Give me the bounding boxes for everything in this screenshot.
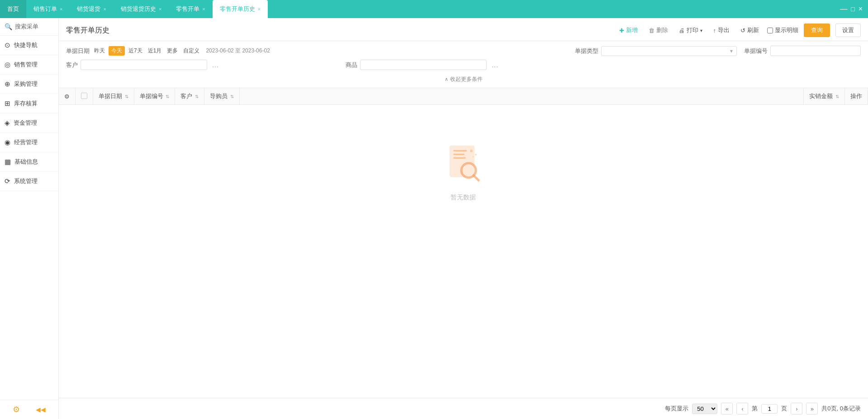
product-label: 商品 [346, 61, 357, 69]
tab-sales-return[interactable]: 销货退货 × [70, 0, 113, 18]
export-icon: ↑ [713, 27, 716, 34]
sidebar-item-label: 系统管理 [14, 177, 38, 185]
table-area: ⚙ 单据日期 ⇅ 单据编号 ⇅ 客户 [59, 88, 868, 398]
date-buttons: 昨天 今天 近7天 近1月 更多 自定义 [92, 46, 201, 56]
svg-line-5 [474, 175, 479, 180]
export-button[interactable]: ↑ 导出 [711, 24, 733, 36]
close-btn-window[interactable]: × [859, 5, 863, 13]
date-label: 单据日期 [66, 47, 90, 55]
product-dots-btn[interactable]: … [489, 61, 500, 69]
minimize-btn[interactable]: — [840, 5, 847, 13]
delete-label: 删除 [656, 26, 668, 34]
tab-retail-open-close[interactable]: × [202, 6, 205, 12]
tab-sales-return-history-close[interactable]: × [159, 6, 161, 12]
tab-sales-return-history[interactable]: 销货退货历史 × [114, 0, 169, 18]
col-doc-date[interactable]: 单据日期 ⇅ [93, 88, 134, 105]
date-btn-7days[interactable]: 近7天 [127, 46, 144, 56]
svg-rect-3 [453, 157, 466, 159]
refresh-label: 刷新 [747, 26, 759, 34]
sidebar-item-operations[interactable]: ◉ 经营管理 [0, 133, 58, 152]
sidebar-item-purchase-mgmt[interactable]: ⊕ 采购管理 [0, 75, 58, 94]
col-doc-num[interactable]: 单据编号 ⇅ [134, 88, 175, 105]
doc-num-input[interactable] [770, 46, 861, 56]
next-page-btn[interactable]: › [791, 403, 802, 414]
svg-rect-1 [453, 150, 467, 151]
customer-input[interactable] [81, 60, 207, 70]
sidebar-item-sales-mgmt[interactable]: ◎ 销售管理 [0, 55, 58, 75]
sort-doc-date-icon: ⇅ [125, 94, 128, 99]
sidebar-settings-btn[interactable]: ⚙ [13, 405, 20, 414]
filter-area: 单据日期 昨天 今天 近7天 近1月 更多 自定义 2023-06-02 至 2… [59, 41, 868, 88]
sidebar-item-label: 资金管理 [14, 119, 37, 127]
sort-customer-icon: ⇅ [195, 94, 199, 99]
tab-retail-open-history-close[interactable]: × [258, 6, 261, 12]
sidebar-item-inventory[interactable]: ⊞ 库存核算 [0, 94, 58, 113]
tab-home-label: 首页 [7, 5, 19, 13]
col-guide[interactable]: 导购员 ⇅ [204, 88, 239, 105]
date-btn-custom[interactable]: 自定义 [181, 46, 201, 56]
refresh-button[interactable]: ↺ 刷新 [738, 24, 762, 36]
page-num-input[interactable] [761, 404, 778, 414]
sidebar-bottom: ⚙ ◀◀ [0, 400, 58, 419]
toolbar: ✚ 新增 🗑 删除 🖨 打印 ▾ ↑ 导出 ↺ 刷新 [617, 24, 861, 37]
maximize-btn[interactable]: □ [851, 5, 854, 13]
filter-row-2: 客户 … 商品 … [66, 60, 861, 70]
total-info: 共0页, 0条记录 [821, 405, 861, 413]
print-button[interactable]: 🖨 打印 ▾ [676, 24, 705, 36]
page-title: 零售开单历史 [66, 26, 109, 35]
doc-num-label: 单据编号 [744, 47, 768, 55]
basic-info-icon: ▦ [5, 158, 11, 166]
display-detail-checkbox[interactable] [767, 28, 773, 33]
tab-sales-return-label: 销货退货 [77, 5, 100, 13]
sidebar-item-quick-nav[interactable]: ⊙ 快捷导航 [0, 36, 58, 55]
prev-page-btn[interactable]: ‹ [736, 403, 748, 414]
col-amount-label: 实销金额 [809, 93, 833, 99]
display-detail-toggle[interactable]: 显示明细 [767, 26, 798, 34]
first-page-btn[interactable]: « [721, 403, 733, 414]
date-btn-yesterday[interactable]: 昨天 [92, 46, 107, 56]
tab-sales-return-close[interactable]: × [103, 6, 106, 12]
tab-home[interactable]: 首页 [0, 0, 26, 18]
sort-doc-num-icon: ⇅ [166, 94, 169, 99]
sidebar-item-finance[interactable]: ◈ 资金管理 [0, 113, 58, 133]
date-btn-today[interactable]: 今天 [109, 46, 125, 56]
delete-button[interactable]: 🗑 删除 [646, 24, 671, 36]
last-page-btn[interactable]: » [806, 403, 818, 414]
main-layout: 🔍 搜索采单 ⊙ 快捷导航 ◎ 销售管理 ⊕ 采购管理 ⊞ 库存核算 ◈ 资金管… [0, 18, 868, 419]
tab-sales-order-close[interactable]: × [60, 6, 62, 12]
query-button[interactable]: 查询 [804, 24, 830, 37]
sidebar-item-basic-info[interactable]: ▦ 基础信息 [0, 152, 58, 172]
sidebar-item-system[interactable]: ⟳ 系统管理 [0, 172, 58, 191]
sidebar-search[interactable]: 🔍 搜索采单 [0, 18, 58, 36]
col-customer[interactable]: 客户 ⇅ [175, 88, 204, 105]
settings-button[interactable]: 设置 [835, 24, 861, 37]
quick-nav-icon: ⊙ [5, 41, 10, 49]
table-header-row: ⚙ 单据日期 ⇅ 单据编号 ⇅ 客户 [59, 88, 868, 105]
doc-type-label: 单据类型 [575, 47, 598, 55]
filter-doc-type: 单据类型 ▾ [575, 46, 737, 56]
collapse-bar[interactable]: ∧ 收起更多条件 [66, 74, 861, 83]
sidebar-search-label: 搜索采单 [15, 23, 38, 31]
sidebar-item-label: 经营管理 [14, 138, 38, 146]
date-btn-1month[interactable]: 近1月 [146, 46, 164, 56]
add-button[interactable]: ✚ 新增 [617, 24, 640, 36]
customer-dots-btn[interactable]: … [210, 61, 221, 69]
page-size-select[interactable]: 50 10 20 100 [692, 404, 717, 414]
empty-icon [441, 141, 486, 186]
tab-retail-open-history[interactable]: 零售开单历史 × [213, 0, 268, 18]
add-icon: ✚ [619, 27, 624, 34]
product-input[interactable] [360, 60, 487, 70]
select-all-checkbox[interactable] [81, 93, 87, 99]
sidebar-collapse-btn[interactable]: ◀◀ [36, 406, 46, 413]
tab-sales-order[interactable]: 销售订单 × [26, 0, 70, 18]
purchase-mgmt-icon: ⊕ [5, 80, 10, 88]
col-amount[interactable]: 实销金额 ⇅ [804, 88, 845, 105]
empty-state-cell: 暂无数据 [59, 105, 868, 238]
tab-retail-open[interactable]: 零售开单 × [169, 0, 212, 18]
doc-type-select[interactable]: ▾ [601, 46, 737, 56]
col-settings[interactable]: ⚙ [59, 88, 76, 105]
filter-product: 商品 … [346, 60, 500, 70]
date-btn-more[interactable]: 更多 [165, 46, 180, 56]
content-area: 零售开单历史 ✚ 新增 🗑 删除 🖨 打印 ▾ ↑ 导出 [59, 18, 868, 419]
doc-type-arrow: ▾ [730, 48, 733, 54]
